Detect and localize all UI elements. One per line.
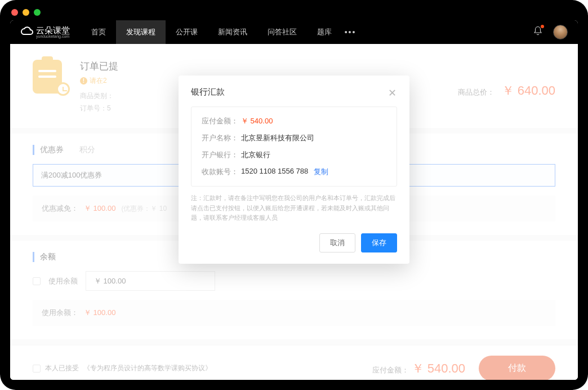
device-frame: 云朵课堂 yunduoketang.com 首页 发现课程 公开课 新闻资讯 问… [0, 0, 588, 390]
modal-bank-value: 北京银行 [241, 150, 270, 160]
modal-account-name-label: 开户名称： [202, 133, 241, 143]
close-icon[interactable]: ✕ [388, 88, 397, 97]
modal-overlay[interactable]: 银行汇款 ✕ 应付金额： ￥ 540.00 开户名称： 北京昱新科技有限公司 [10, 44, 578, 380]
modal-bank-label: 开户银行： [202, 150, 241, 160]
bank-transfer-modal: 银行汇款 ✕ 应付金额： ￥ 540.00 开户名称： 北京昱新科技有限公司 [179, 76, 409, 264]
window-controls [11, 9, 41, 16]
main-nav: 首页 发现课程 公开课 新闻资讯 问答社区 题库 ••• [81, 20, 359, 44]
cancel-button[interactable]: 取消 [319, 233, 355, 252]
page-content: 订单已提 ! 请在2 商品类别： 订单号：5 商品总价： ￥ 640.00 优惠… [10, 44, 578, 380]
brand-logo[interactable]: 云朵课堂 yunduoketang.com [20, 25, 70, 39]
maximize-window-icon[interactable] [34, 9, 41, 16]
nav-more-icon[interactable]: ••• [342, 20, 359, 44]
copy-button[interactable]: 复制 [314, 167, 328, 177]
avatar[interactable] [553, 25, 568, 39]
nav-bank[interactable]: 题库 [307, 20, 342, 44]
nav-open-class[interactable]: 公开课 [166, 20, 208, 44]
modal-title: 银行汇款 [191, 87, 225, 98]
nav-home[interactable]: 首页 [81, 20, 116, 44]
notifications-button[interactable] [533, 26, 543, 38]
minimize-window-icon[interactable] [23, 9, 29, 16]
cloud-icon [20, 25, 34, 39]
modal-body: 应付金额： ￥ 540.00 开户名称： 北京昱新科技有限公司 开户银行： 北京… [191, 107, 397, 187]
brand-sub: yunduoketang.com [36, 34, 70, 38]
modal-amount-label: 应付金额： [202, 116, 241, 126]
brand-name: 云朵课堂 [36, 26, 70, 34]
topbar: 云朵课堂 yunduoketang.com 首页 发现课程 公开课 新闻资讯 问… [10, 20, 578, 44]
modal-amount-value: ￥ 540.00 [241, 116, 273, 126]
save-button[interactable]: 保存 [361, 233, 397, 252]
modal-account-no-label: 收款账号： [202, 167, 241, 177]
app-window: 云朵课堂 yunduoketang.com 首页 发现课程 公开课 新闻资讯 问… [10, 20, 578, 380]
nav-qa[interactable]: 问答社区 [257, 20, 307, 44]
close-window-icon[interactable] [11, 9, 18, 16]
notification-dot-icon [541, 25, 544, 28]
modal-account-name-value: 北京昱新科技有限公司 [241, 133, 314, 143]
modal-note: 注：汇款时，请在备注中写明您在我公司的用户名和本订单号，汇款完成后请点击已支付按… [191, 193, 397, 223]
nav-news[interactable]: 新闻资讯 [208, 20, 257, 44]
nav-discover[interactable]: 发现课程 [116, 20, 166, 44]
modal-account-no-value: 1520 1108 1556 788 [241, 167, 308, 177]
